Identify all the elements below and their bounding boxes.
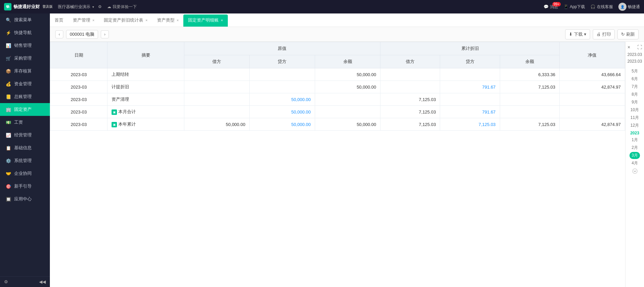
sidebar-item-collab[interactable]: 🤝 企业协同 — [0, 167, 50, 180]
tab-home[interactable]: 首页 — [50, 14, 68, 27]
timeline-item-3[interactable]: 3月 — [630, 152, 640, 159]
user-btn[interactable]: 👤 畅捷通 — [618, 3, 640, 11]
sidebar-item-operation[interactable]: 📈 经营管理 — [0, 129, 50, 141]
print-btn[interactable]: 🖨 打印 — [593, 29, 615, 39]
th-orig-debit: 借方 — [184, 55, 249, 68]
sidebar-item-basic[interactable]: 📋 基础信息 — [0, 141, 50, 154]
operation-icon: 📈 — [5, 132, 11, 138]
cell-dep-credit: 7,125.03 — [440, 118, 500, 131]
timeline-item-2[interactable]: 2月 — [625, 144, 644, 152]
cell-orig-debit — [184, 106, 249, 118]
sidebar-collapse-icon[interactable]: ◀◀ — [39, 279, 46, 284]
sidebar-label-fund: 资金管理 — [14, 81, 32, 87]
tab-assets[interactable]: 资产管理 × — [68, 14, 99, 27]
timeline-item-6[interactable]: 6月 — [625, 75, 644, 83]
timeline-item-12[interactable]: 12月 — [625, 122, 644, 129]
refresh-icon: ↻ — [621, 32, 625, 37]
cell-dep-balance: 7,125.03 — [500, 118, 559, 131]
timeline-item-7[interactable]: 7月 — [625, 83, 644, 91]
sidebar-item-search[interactable]: 🔍 搜索菜单 — [0, 13, 50, 26]
cell-dep-balance: 6,333.36 — [500, 68, 559, 81]
tab-asset-detail[interactable]: 固定资产明细账 × — [183, 14, 227, 27]
sidebar-item-fixed[interactable]: 🏢 固定资产 — [0, 103, 50, 116]
sidebar-item-ledger[interactable]: 📒 总账管理 — [0, 90, 50, 103]
main-layout: 🔍 搜索菜单 ⚡ 快捷导航 📊 销售管理 🛒 采购管理 📦 库存核算 💰 资金管… — [0, 13, 644, 287]
cell-summary: ▣本月合计 — [108, 106, 184, 118]
download-btn[interactable]: ⬇ 下载 ▾ — [565, 29, 590, 39]
th-original-value: 原值 — [184, 42, 380, 55]
sidebar-settings-icon[interactable]: ⚙ — [4, 279, 8, 284]
timeline-item-1[interactable]: 1月 — [625, 136, 644, 144]
sidebar-label-search: 搜索菜单 — [14, 17, 32, 23]
message-icon: 💬 — [544, 4, 549, 9]
user-label: 畅捷通 — [628, 4, 640, 10]
sidebar-label-fixed: 固定资产 — [14, 106, 32, 113]
download-chevron-icon: ▾ — [584, 32, 586, 37]
table-row: 2023-03 ▣本年累计 50,000.00 50,000.00 50,000… — [50, 118, 625, 131]
sidebar: 🔍 搜索菜单 ⚡ 快捷导航 📊 销售管理 🛒 采购管理 📦 库存核算 💰 资金管… — [0, 13, 50, 287]
logo: 畅 畅捷通好业财 普及版 — [4, 3, 53, 10]
customer-service-btn[interactable]: 🎧 在线客服 — [590, 4, 613, 10]
timeline-item-9[interactable]: 9月 — [625, 98, 644, 106]
cell-orig-debit: 50,000.00 — [184, 118, 249, 131]
timeline-close-icon[interactable]: × — [627, 44, 630, 50]
app-download-btn[interactable]: 📱 App下载 — [563, 4, 585, 10]
sidebar-item-nav[interactable]: ⚡ 快捷导航 — [0, 26, 50, 39]
app-label: App下载 — [570, 4, 585, 10]
tab-bar: 首页 资产管理 × 固定资产折旧统计表 × 资产类型 × 固定资产明细账 × — [50, 13, 644, 27]
prev-btn[interactable]: ‹ — [55, 30, 63, 38]
experience-btn[interactable]: ☁ 我要体验一下 — [107, 4, 137, 10]
cell-orig-credit — [249, 68, 315, 81]
message-btn[interactable]: 💬 消息 99+ — [544, 4, 558, 10]
tab-depreciation[interactable]: 固定资产折旧统计表 × — [99, 14, 152, 27]
basic-icon: 📋 — [5, 145, 11, 151]
tab-asset-type-close[interactable]: × — [177, 18, 179, 22]
collab-icon: 🤝 — [5, 170, 11, 177]
th-dep-balance: 余额 — [500, 55, 559, 68]
sidebar-item-purchase[interactable]: 🛒 采购管理 — [0, 52, 50, 65]
sidebar-item-sales[interactable]: 📊 销售管理 — [0, 39, 50, 52]
sidebar-label-inventory: 库存核算 — [14, 68, 32, 74]
sidebar-bottom: ⚙ ◀◀ — [0, 276, 50, 287]
cell-orig-credit: 50,000.00 — [249, 118, 315, 131]
top-bar-right: 💬 消息 99+ 📱 App下载 🎧 在线客服 👤 畅捷通 — [544, 3, 640, 11]
service-label: 在线客服 — [597, 4, 613, 10]
system-icon: ⚙️ — [5, 158, 11, 164]
sidebar-item-salary[interactable]: 💵 工资 — [0, 116, 50, 129]
tab-asset-detail-close[interactable]: × — [221, 18, 223, 22]
timeline-down-icon[interactable] — [632, 168, 638, 175]
sales-icon: 📊 — [5, 42, 11, 49]
company-selector[interactable]: 医疗器械行业演示 ▾ ⚙ — [58, 4, 102, 10]
sidebar-item-fund[interactable]: 💰 资金管理 — [0, 77, 50, 90]
timeline-item-2023-03-top2[interactable]: 2023.03 — [625, 58, 644, 65]
timeline-item-8[interactable]: 8月 — [625, 91, 644, 98]
apps-icon: 🔲 — [5, 196, 11, 202]
asset-code: 000001 电脑 — [70, 32, 94, 37]
tab-asset-type-label: 资产类型 — [157, 17, 175, 23]
tab-assets-label: 资产管理 — [73, 17, 90, 23]
cell-net-value — [559, 106, 625, 118]
company-settings-icon[interactable]: ⚙ — [98, 4, 102, 9]
sidebar-item-inventory[interactable]: 📦 库存核算 — [0, 65, 50, 77]
cell-net-value: 43,666.64 — [559, 68, 625, 81]
sidebar-label-salary: 工资 — [14, 119, 23, 125]
th-orig-balance: 余额 — [315, 55, 380, 68]
timeline-expand-icon[interactable]: ⛶ — [637, 44, 642, 50]
sidebar-item-system[interactable]: ⚙️ 系统管理 — [0, 154, 50, 167]
cell-summary: 资产清理 — [108, 93, 184, 106]
refresh-btn[interactable]: ↻ 刷新 — [617, 29, 639, 39]
cell-dep-balance — [500, 93, 559, 106]
timeline-item-4[interactable]: 4月 — [625, 159, 644, 167]
cell-net-value: 42,874.97 — [559, 118, 625, 131]
timeline-item-10[interactable]: 10月 — [625, 106, 644, 114]
tab-assets-close[interactable]: × — [92, 18, 94, 22]
timeline-item-5[interactable]: 5月 — [625, 67, 644, 75]
tab-depreciation-label: 固定资产折旧统计表 — [104, 17, 143, 23]
sidebar-item-guide[interactable]: 🎯 新手引导 — [0, 180, 50, 193]
next-btn[interactable]: › — [101, 30, 109, 38]
timeline-item-2023-03-top[interactable]: 2023.03 — [625, 51, 644, 58]
timeline-item-11[interactable]: 11月 — [625, 114, 644, 122]
tab-depreciation-close[interactable]: × — [145, 18, 147, 22]
sidebar-item-apps[interactable]: 🔲 应用中心 — [0, 193, 50, 205]
tab-asset-type[interactable]: 资产类型 × — [152, 14, 183, 27]
